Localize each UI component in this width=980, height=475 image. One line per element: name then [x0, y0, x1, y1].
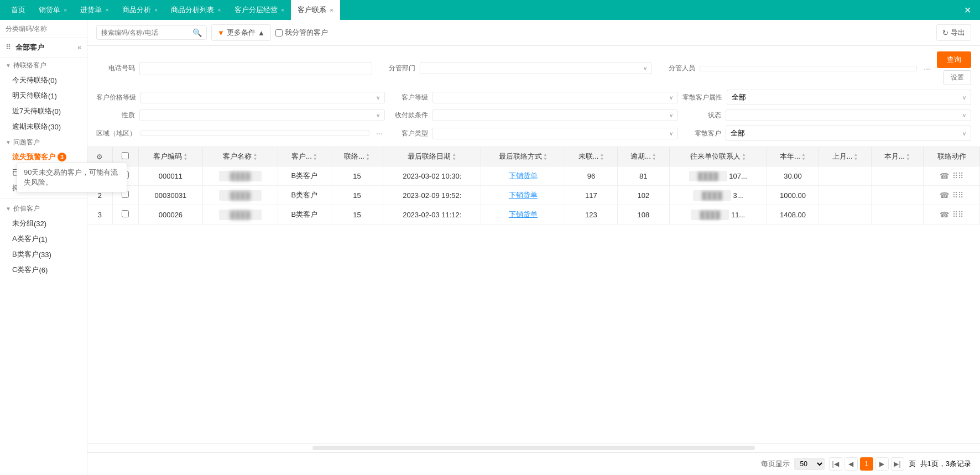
nav-item-销货单[interactable]: 销货单× — [32, 0, 74, 20]
more-conditions-button[interactable]: ▼ 更多条件 ▲ — [211, 24, 271, 41]
row-checkbox[interactable] — [122, 210, 129, 217]
horizontal-scrollbar-area — [87, 443, 980, 452]
gender-select[interactable]: ∨ — [139, 109, 385, 121]
current-page-btn[interactable]: 1 — [860, 457, 873, 471]
sidebar-item-0-2[interactable]: 近7天待联络(0) — [0, 103, 87, 119]
contact-method-link[interactable]: 下销货单 — [509, 210, 538, 218]
sidebar-item-2-2[interactable]: B类客户(33) — [0, 247, 87, 262]
toolbar-search-input[interactable] — [101, 29, 189, 36]
sidebar-item-0-3[interactable]: 逾期未联络(30) — [0, 119, 87, 134]
sidebar-item-2-1[interactable]: A类客户(1) — [0, 231, 87, 247]
sidebar-search-container: 🔍 — [0, 20, 87, 38]
nav-item-首页[interactable]: 首页 — [4, 0, 32, 20]
pagination: 每页显示 50 100 |◀ ◀ 1 ▶ ▶| 页 共1页，3条记录 — [87, 452, 980, 475]
th------[interactable]: 未联...▲▼ — [565, 147, 617, 166]
th------[interactable]: 逾期...▲▼ — [617, 147, 669, 166]
contact-method-link[interactable]: 下销货单 — [509, 171, 538, 180]
contact-icon[interactable]: ☎ — [940, 210, 949, 219]
nav-close-icon[interactable]: × — [217, 7, 221, 13]
nav-item-进货单[interactable]: 进货单× — [74, 0, 115, 20]
manager-select[interactable] — [700, 66, 917, 71]
settings-button[interactable]: 设置 — [943, 70, 971, 85]
last-contact-method[interactable]: 下销货单 — [481, 186, 565, 205]
zero-attr-select[interactable]: 全部 ∨ — [727, 90, 971, 105]
customer-type-select[interactable]: ∨ — [432, 128, 678, 139]
region-select[interactable] — [140, 131, 369, 136]
sidebar-item-0-0[interactable]: 今天待联络(0) — [0, 72, 87, 88]
more-actions-icon[interactable]: ⠿⠿ — [952, 210, 963, 219]
next-page-btn[interactable]: ▶ — [875, 457, 889, 471]
global-close-button[interactable]: ✕ — [960, 5, 976, 15]
more-actions-icon[interactable]: ⠿⠿ — [952, 191, 963, 200]
payment-select[interactable]: ∨ — [432, 109, 678, 121]
actions[interactable]: ☎⠿⠿ — [924, 166, 980, 186]
prev-page-btn[interactable]: ◀ — [845, 457, 858, 471]
customer-code: 000026 — [139, 205, 203, 225]
select-all-checkbox[interactable] — [122, 152, 129, 159]
th------[interactable]: 本月...▲▼ — [871, 147, 923, 166]
th-------[interactable]: 最后联络方式▲▼ — [481, 147, 565, 166]
th--------[interactable]: 往来单位联系人▲▼ — [670, 147, 767, 166]
item-count: (1) — [48, 92, 57, 100]
last-contact-method[interactable]: 下销货单 — [481, 205, 565, 225]
last-page-btn[interactable]: ▶| — [891, 457, 904, 471]
chevron-up-icon: ▲ — [258, 29, 265, 37]
sidebar-all-customers[interactable]: ⠿ 全部客户 « — [0, 38, 87, 58]
sidebar-group-2[interactable]: ▼价值客户 — [0, 201, 87, 216]
query-button[interactable]: 查询 — [937, 51, 971, 68]
sidebar-item-2-0[interactable]: 未分组(32) — [0, 216, 87, 231]
th------[interactable]: 上月...▲▼ — [819, 147, 871, 166]
more-icon-1[interactable]: ··· — [921, 64, 932, 73]
sidebar-group-0[interactable]: ▼待联络客户 — [0, 58, 87, 72]
sidebar-item-2-3[interactable]: C类客户(6) — [0, 262, 87, 278]
price-level-select[interactable]: ∨ — [140, 92, 385, 103]
sidebar-item-label: A类客户 — [12, 234, 39, 244]
export-button[interactable]: ↻ 导出 — [936, 24, 971, 41]
dept-select[interactable]: ∨ — [420, 62, 653, 74]
contact-method-link[interactable]: 下销货单 — [509, 191, 538, 199]
th-----[interactable]: 客户名称▲▼ — [202, 147, 278, 166]
my-customers-checkbox-label[interactable]: 我分管的客户 — [275, 28, 328, 38]
status-select[interactable]: ∨ — [726, 109, 971, 121]
th------[interactable]: 本年...▲▼ — [767, 147, 819, 166]
page-size-select[interactable]: 50 100 — [794, 458, 825, 470]
more-actions-icon[interactable]: ⠿⠿ — [952, 171, 963, 180]
first-page-btn[interactable]: |◀ — [829, 457, 842, 471]
sidebar-item-0-1[interactable]: 明天待联络(1) — [0, 88, 87, 103]
nav-item-商品分析列表[interactable]: 商品分析列表× — [164, 0, 227, 20]
last-contact-method[interactable]: 下销货单 — [481, 166, 565, 186]
nav-close-icon[interactable]: × — [330, 7, 333, 13]
nav-item-客户联系[interactable]: 客户联系× — [291, 0, 340, 20]
arrow-icon: ▼ — [6, 139, 11, 145]
customers-table: ⚙客户编码▲▼客户名称▲▼客户...▲▼联络...▲▼最后联络日期▲▼最后联络方… — [87, 147, 980, 225]
contact-icon[interactable]: ☎ — [940, 171, 949, 180]
sidebar-group-1[interactable]: ▼问题客户 — [0, 134, 87, 149]
th------[interactable]: 客户...▲▼ — [278, 147, 331, 166]
nav-close-icon[interactable]: × — [64, 7, 67, 13]
my-customers-checkbox[interactable] — [275, 29, 283, 36]
th-----[interactable]: 客户编码▲▼ — [139, 147, 203, 166]
nav-close-icon[interactable]: × — [154, 7, 158, 13]
nav-close-icon[interactable]: × — [281, 7, 284, 13]
horizontal-scrollbar[interactable] — [312, 446, 755, 450]
contact-icon[interactable]: ☎ — [940, 191, 949, 200]
sidebar-search-input[interactable] — [6, 25, 87, 33]
filter-manager: 分管人员 ··· — [656, 64, 932, 73]
actions[interactable]: ☎⠿⠿ — [924, 205, 980, 225]
total-records: 共1页，3条记录 — [920, 459, 971, 469]
phone-input[interactable] — [139, 62, 372, 75]
actions[interactable]: ☎⠿⠿ — [924, 186, 980, 205]
zero-customer-select[interactable]: 全部 ∨ — [726, 126, 971, 141]
phone-label: 电话号码 — [96, 64, 135, 73]
more-icon-2[interactable]: ··· — [374, 129, 385, 138]
nav-item-客户分层经营[interactable]: 客户分层经营× — [228, 0, 291, 20]
uncontacted-days: 123 — [565, 205, 617, 225]
row-checkbox-cell[interactable] — [112, 205, 138, 225]
sidebar-item-label: B类客户 — [12, 249, 39, 259]
th------[interactable]: 联络...▲▼ — [331, 147, 383, 166]
nav-item-商品分析[interactable]: 商品分析× — [116, 0, 164, 20]
th-------[interactable]: 最后联络日期▲▼ — [383, 147, 481, 166]
nav-close-icon[interactable]: × — [105, 7, 108, 13]
gear-icon[interactable]: ⚙ — [96, 153, 103, 161]
customer-level-select[interactable]: ∨ — [432, 92, 678, 103]
